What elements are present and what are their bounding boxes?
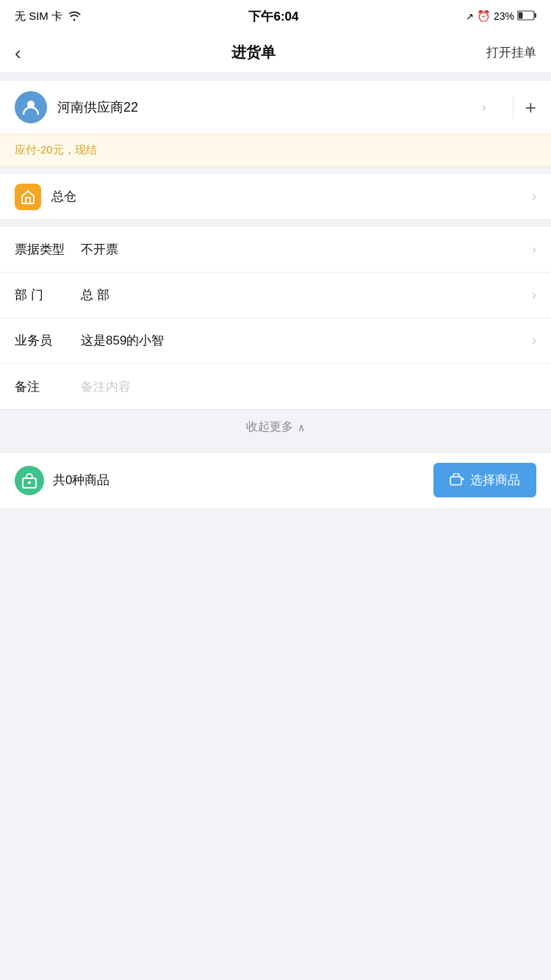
carrier-label: 无 SIM 卡 xyxy=(15,10,62,24)
add-button[interactable]: + xyxy=(525,96,536,119)
supplier-chevron-icon: › xyxy=(482,100,486,115)
top-divider xyxy=(0,73,551,81)
warehouse-row[interactable]: 总仓 › xyxy=(0,174,551,220)
salesperson-label: 业务员 xyxy=(15,332,81,349)
select-product-button[interactable]: 选择商品 xyxy=(433,463,536,497)
product-count-icon-bg xyxy=(15,466,44,495)
collapse-arrow-icon: ∧ xyxy=(298,422,305,433)
collapse-row[interactable]: 收起更多 ∧ xyxy=(0,409,551,444)
collapse-label: 收起更多 xyxy=(246,419,293,435)
alarm-icon: ⏰ xyxy=(477,10,491,23)
battery-icon xyxy=(517,10,536,23)
department-chevron-icon: › xyxy=(532,287,536,303)
department-value: 总 部 xyxy=(81,287,526,303)
product-count-label: 共0种商品 xyxy=(53,472,433,489)
remark-label: 备注 xyxy=(15,378,81,395)
form-fields-section: 票据类型 不开票 › 部 门 总 部 › 业务员 这是859的小智 › 备注 备… xyxy=(0,227,551,409)
status-bar-time: 下午6:04 xyxy=(248,8,298,25)
warehouse-chevron-icon: › xyxy=(532,189,536,204)
nav-bar: ‹ 进货单 打开挂单 xyxy=(0,32,551,73)
supplier-divider xyxy=(513,96,514,118)
svg-rect-2 xyxy=(518,12,522,18)
page-background xyxy=(0,508,551,728)
supplier-row[interactable]: 河南供应商22 › + xyxy=(0,81,551,134)
select-product-label: 选择商品 xyxy=(470,472,520,489)
wifi-icon xyxy=(67,10,82,24)
supplier-section: 河南供应商22 › + 应付-20元，现结 xyxy=(0,81,551,167)
remark-row[interactable]: 备注 备注内容 xyxy=(0,364,551,409)
supplier-avatar xyxy=(15,91,47,123)
ticket-type-label: 票据类型 xyxy=(15,241,81,258)
department-row[interactable]: 部 门 总 部 › xyxy=(0,273,551,318)
svg-rect-1 xyxy=(534,13,536,18)
page-title: 进货单 xyxy=(231,43,276,62)
warehouse-icon-bg xyxy=(15,184,41,210)
battery-label: 23% xyxy=(494,10,514,22)
department-label: 部 门 xyxy=(15,287,81,303)
open-pending-button[interactable]: 打开挂单 xyxy=(486,44,536,61)
cart-icon xyxy=(450,473,464,488)
balance-notice: 应付-20元，现结 xyxy=(0,134,551,167)
status-bar-right: ↗ ⏰ 23% xyxy=(466,10,536,23)
salesperson-chevron-icon: › xyxy=(532,333,536,348)
remark-input[interactable]: 备注内容 xyxy=(81,378,536,395)
status-bar: 无 SIM 卡 下午6:04 ↗ ⏰ 23% xyxy=(0,0,551,32)
warehouse-section: 总仓 › xyxy=(0,174,551,220)
salesperson-value: 这是859的小智 xyxy=(81,332,526,349)
ticket-type-value: 不开票 xyxy=(81,241,526,258)
ticket-type-row[interactable]: 票据类型 不开票 › xyxy=(0,227,551,273)
bottom-bar: 共0种商品 选择商品 xyxy=(0,452,551,508)
back-button[interactable]: ‹ xyxy=(15,43,21,62)
supplier-name: 河南供应商22 xyxy=(57,98,482,116)
warehouse-name: 总仓 xyxy=(51,188,526,205)
svg-rect-7 xyxy=(450,477,461,485)
ticket-type-chevron-icon: › xyxy=(532,242,536,257)
location-icon: ↗ xyxy=(466,11,474,22)
status-bar-left: 无 SIM 卡 xyxy=(15,10,82,24)
salesperson-row[interactable]: 业务员 这是859的小智 › xyxy=(0,318,551,364)
